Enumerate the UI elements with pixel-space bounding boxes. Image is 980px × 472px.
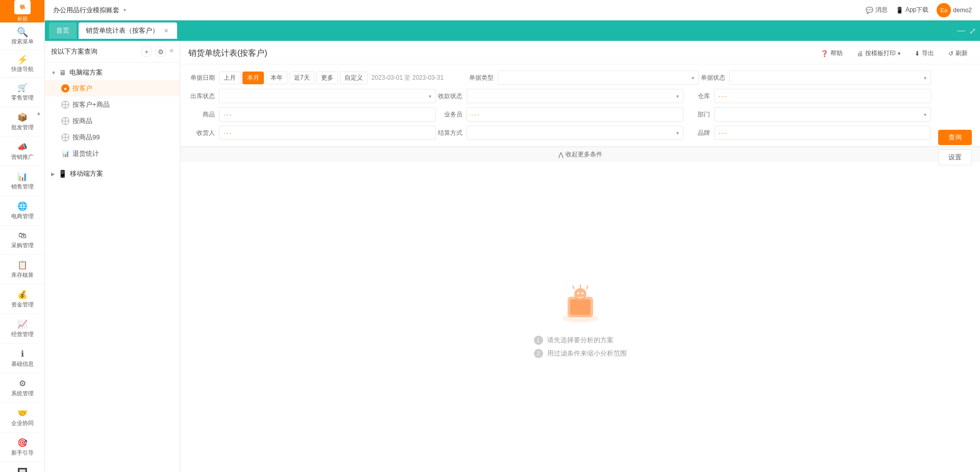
settings-button[interactable]: 设置 [938, 149, 972, 166]
sidebar-item-retail[interactable]: 🛒 零售管理 [0, 78, 44, 107]
sidebar-item-enterprise[interactable]: 🤝 企业协同 [0, 403, 44, 433]
query-button[interactable]: 查询 [938, 130, 972, 145]
warehouse-select[interactable]: ··· [714, 89, 931, 103]
goods-section: 商品 ··· [188, 107, 436, 122]
date-btn-current-year[interactable]: 本年 [266, 72, 287, 84]
sidebar-item-wholesale[interactable]: 📦 批发管理 ▲ [0, 107, 44, 137]
export-button[interactable]: ⬇ 导出 [911, 47, 938, 60]
sidebar-item-finance[interactable]: 💰 资金管理 [0, 285, 44, 314]
scheme-group-mobile-title[interactable]: ▶ 📱 移动端方案 [45, 166, 180, 181]
scheme-edit-button[interactable]: ⚙ [155, 46, 166, 57]
sidebar-item-newbie[interactable]: 🎯 新手引导 [0, 433, 44, 462]
tab-home[interactable]: 首页 [49, 22, 77, 39]
bill-status-select[interactable]: ▾ [729, 70, 931, 85]
settlement-select[interactable]: ▾ [467, 126, 683, 140]
app-title-dropdown-icon[interactable]: ▾ [124, 7, 126, 13]
collapse-more-bar[interactable]: ⋀ 收起更多条件 [180, 147, 980, 162]
sidebar-item-ecommerce[interactable]: 🌐 电商管理 [0, 196, 44, 226]
goods-select[interactable]: ··· [219, 107, 436, 122]
svg-rect-9 [66, 135, 68, 137]
filter-row-4: 收货人 ··· 结算方式 ▾ [188, 126, 972, 140]
date-btn-custom[interactable]: 自定义 [340, 72, 368, 84]
svg-point-17 [581, 292, 583, 294]
sidebar-item-app-center[interactable]: 🔲 应用中心 [0, 462, 44, 472]
empty-illustration [555, 276, 606, 327]
app-download-action[interactable]: 📱 App下载 [896, 6, 928, 14]
sidebar-search-menu[interactable]: 🔍 搜索菜单 [0, 22, 44, 50]
svg-rect-1 [66, 102, 68, 104]
sidebar-item-basic[interactable]: ℹ 基础信息 [0, 344, 44, 373]
query-buttons: 查询 设置 [938, 130, 972, 166]
sidebar-nav: 🛒 零售管理 📦 批发管理 ▲ 📣 营销推广 📊 销售管理 🌐 电商管理 🛍 采… [0, 78, 44, 472]
print-button[interactable]: 🖨 按模板打印 ▾ [853, 47, 904, 60]
out-status-arrow-icon: ▾ [429, 93, 431, 99]
sidebar-item-sales[interactable]: 📊 销售管理 [0, 167, 44, 196]
scheme-group-desktop-title[interactable]: ▼ 🖥 电脑端方案 [45, 65, 180, 80]
scheme-collapse-button[interactable]: « [169, 46, 174, 57]
top-header: 办公用品行业模拟账套 ▾ 💬 消息 📱 App下载 Ea demo2 [45, 0, 980, 20]
date-btn-current-month[interactable]: 本月 [242, 72, 264, 84]
date-btn-last-month[interactable]: 上月 [219, 72, 240, 84]
goods-icon [61, 117, 69, 125]
department-select[interactable]: ▾ [714, 107, 931, 122]
salesperson-select[interactable]: ··· [467, 107, 683, 122]
date-btn-last-7days[interactable]: 近7天 [289, 72, 314, 84]
group-mobile-arrow-icon: ▶ [51, 171, 55, 177]
sidebar-item-system[interactable]: ⚙ 系统管理 [0, 373, 44, 403]
scheme-panel: 按以下方案查询 + ⚙ « ▼ 🖥 电脑端方案 ● 按客户 [45, 41, 180, 472]
print-dropdown-icon[interactable]: ▾ [898, 51, 900, 56]
scheme-item-return-stat[interactable]: 📊 退货统计 [45, 146, 180, 162]
tab-home-label: 首页 [56, 26, 69, 35]
sidebar-item-operation[interactable]: 📈 经营管理 [0, 314, 44, 344]
payment-status-select[interactable]: ▾ [467, 89, 683, 103]
scheme-add-button[interactable]: + [141, 46, 152, 57]
tab-minimize-icon[interactable]: — [957, 26, 965, 35]
retail-icon: 🛒 [17, 83, 28, 92]
refresh-button[interactable]: ↺ 刷新 [944, 47, 972, 60]
sidebar-item-inventory[interactable]: 📋 库存核算 [0, 255, 44, 285]
export-label: 导出 [922, 49, 934, 58]
scheme-item-customer-goods[interactable]: 按客户+商品 [45, 97, 180, 113]
settlement-arrow-icon: ▾ [676, 130, 679, 136]
avatar: Ea [937, 3, 951, 17]
sidebar-quick-nav[interactable]: ⚡ 快捷导航 [0, 50, 44, 78]
scheme-item-goods99[interactable]: 按商品99 [45, 129, 180, 146]
scheme-group-desktop: ▼ 🖥 电脑端方案 ● 按客户 按客户+商品 [45, 63, 180, 164]
svg-rect-8 [63, 135, 65, 137]
goods99-label: 按商品99 [72, 133, 100, 142]
out-status-select[interactable]: ▾ [219, 89, 436, 103]
payment-status-section: 收款状态 ▾ [436, 89, 683, 103]
page-actions: ❓ 帮助 🖨 按模板打印 ▾ ⬇ 导出 ↺ 刷新 [817, 47, 972, 60]
message-icon: 💬 [866, 7, 873, 14]
receiver-select[interactable]: ··· [219, 126, 436, 140]
logo-abbr: 畅 [20, 4, 25, 11]
brand-select[interactable]: ··· [714, 126, 931, 140]
collapse-up-icon: ⋀ [558, 151, 564, 158]
svg-point-16 [577, 292, 579, 294]
help-button[interactable]: ❓ 帮助 [817, 47, 847, 60]
right-panel: 销货单统计表(按客户) ❓ 帮助 🖨 按模板打印 ▾ ⬇ 导出 [180, 41, 980, 472]
tab-close-icon[interactable]: ✕ [162, 27, 170, 35]
sidebar-item-purchase[interactable]: 🛍 采购管理 [0, 226, 44, 255]
out-status-label: 出库状态 [188, 92, 219, 101]
scheme-panel-header: 按以下方案查询 + ⚙ « [45, 41, 180, 63]
sidebar-item-marketing[interactable]: 📣 营销推广 [0, 137, 44, 167]
salesperson-section: 业务员 ··· [436, 107, 683, 122]
bill-type-select[interactable]: ▾ [498, 70, 699, 85]
tab-maximize-icon[interactable]: ⤢ [969, 26, 976, 36]
app-download-icon: 📱 [896, 7, 903, 14]
scheme-item-goods[interactable]: 按商品 [45, 113, 180, 129]
user-profile[interactable]: Ea demo2 [937, 3, 972, 17]
brand-dots: ··· [719, 129, 728, 137]
bill-status-section: 单据状态 ▾ [699, 70, 931, 85]
message-action[interactable]: 💬 消息 [866, 6, 888, 14]
salesperson-dots: ··· [471, 110, 480, 119]
scheme-item-customer[interactable]: ● 按客户 [45, 80, 180, 97]
refresh-icon: ↺ [948, 50, 953, 57]
tip-1-num: 1 [534, 336, 543, 345]
goods-label: 按商品 [72, 116, 92, 126]
out-status-section: 出库状态 ▾ [188, 89, 436, 103]
date-btn-more[interactable]: 更多 [316, 72, 338, 84]
logo-text: 标损 [17, 15, 28, 22]
tab-report[interactable]: 销货单统计表（按客户） ✕ [79, 22, 177, 39]
